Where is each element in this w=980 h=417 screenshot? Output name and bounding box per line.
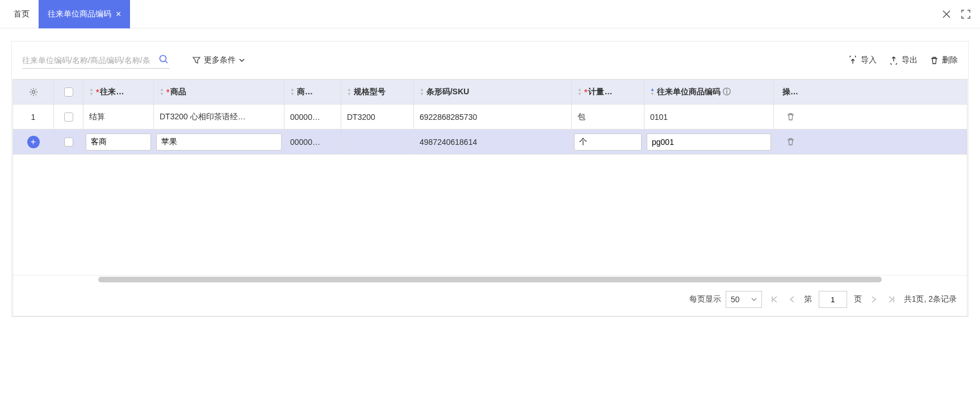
- tab-home[interactable]: 首页: [5, 0, 39, 28]
- tab-active-label: 往来单位商品编码: [48, 9, 111, 19]
- fullscreen-icon[interactable]: [956, 5, 975, 24]
- product-input[interactable]: [156, 134, 282, 151]
- cell-product[interactable]: DT3200 心相印茶语经…: [154, 105, 284, 129]
- col-header-op: 操…: [774, 80, 807, 104]
- chevron-down-icon: [239, 57, 245, 63]
- help-icon[interactable]: ⓘ: [723, 87, 731, 97]
- last-page-icon[interactable]: [886, 296, 897, 303]
- cell-code: 00000…: [284, 105, 341, 129]
- close-page-icon[interactable]: [937, 5, 956, 24]
- cell-barcode: 4987240618614: [414, 130, 572, 154]
- cell-spec: DT3200: [341, 105, 414, 129]
- import-label: 导入: [861, 55, 877, 65]
- col-header-unit[interactable]: ▲▼*往来…: [83, 80, 154, 104]
- col-header-barcode[interactable]: ▲▼条形码/SKU: [414, 80, 572, 104]
- delete-label: 删除: [942, 55, 958, 65]
- table-header: ▲▼*往来… ▲▼*商品 ▲▼商… ▲▼规格型号 ▲▼条形码/SKU ▲▼*计量…: [13, 80, 967, 105]
- page-label-pre: 第: [804, 294, 812, 305]
- cell-barcode: 6922868285730: [414, 105, 572, 129]
- next-page-icon[interactable]: [869, 296, 879, 303]
- unitcode-input[interactable]: [647, 134, 771, 151]
- delete-row-icon[interactable]: [786, 137, 795, 146]
- cell-unit[interactable]: 结算: [83, 105, 154, 129]
- tab-home-label: 首页: [14, 9, 30, 19]
- table-row[interactable]: + 00000… 4987240618614: [13, 130, 967, 155]
- sort-icon: ▲▼: [420, 87, 424, 97]
- gear-icon[interactable]: [29, 87, 38, 97]
- svg-point-0: [160, 56, 166, 62]
- sort-icon: ▲▼: [290, 87, 295, 97]
- more-filters-label: 更多条件: [204, 55, 236, 65]
- delete-row-icon[interactable]: [786, 112, 795, 121]
- row-index: 1: [13, 105, 54, 129]
- export-button[interactable]: 导出: [889, 55, 918, 65]
- select-all-checkbox[interactable]: [64, 87, 73, 97]
- pager-summary: 共1页, 2条记录: [904, 294, 957, 305]
- sort-icon: ▲▼: [650, 87, 655, 97]
- col-header-code[interactable]: ▲▼商…: [284, 80, 341, 104]
- first-page-icon[interactable]: [769, 296, 780, 303]
- sort-icon: ▲▼: [577, 87, 582, 97]
- page-size-select[interactable]: 50: [726, 291, 762, 308]
- filter-icon: [192, 56, 200, 64]
- sort-icon: ▲▼: [89, 87, 94, 97]
- add-row-button[interactable]: +: [27, 136, 40, 148]
- svg-point-1: [32, 90, 35, 93]
- export-icon: [889, 56, 898, 65]
- table-row[interactable]: 1 结算 DT3200 心相印茶语经… 00000… DT3200 692286…: [13, 105, 967, 130]
- unit-input[interactable]: [86, 134, 151, 151]
- import-button[interactable]: 导入: [848, 55, 877, 65]
- export-label: 导出: [902, 55, 918, 65]
- delete-button[interactable]: 删除: [930, 55, 958, 65]
- row-checkbox[interactable]: [64, 137, 73, 147]
- page-label-post: 页: [854, 294, 862, 305]
- filter-bar: 更多条件 导入 导出 删除: [12, 52, 968, 79]
- horizontal-scrollbar[interactable]: [13, 275, 967, 283]
- col-header-unitcode[interactable]: ▲▼往来单位商品编码ⓘ: [644, 80, 774, 104]
- search-input[interactable]: [22, 52, 170, 69]
- sort-icon: ▲▼: [347, 87, 351, 97]
- cell-unitcode[interactable]: 0101: [644, 105, 774, 129]
- row-checkbox[interactable]: [64, 112, 73, 122]
- col-header-uom[interactable]: ▲▼*计量…: [572, 80, 644, 104]
- import-icon: [848, 56, 857, 65]
- page-number-input[interactable]: [819, 291, 847, 308]
- sort-icon: ▲▼: [160, 87, 164, 97]
- prev-page-icon[interactable]: [787, 296, 797, 303]
- pagination: 每页显示 50 第 页 共1页, 2条记录: [13, 283, 967, 316]
- cell-uom[interactable]: 包: [572, 105, 644, 129]
- uom-input[interactable]: [574, 134, 642, 151]
- trash-icon: [930, 56, 939, 65]
- page-size-value: 50: [731, 295, 740, 304]
- close-tab-icon[interactable]: ×: [116, 9, 121, 19]
- top-tabs: 首页 往来单位商品编码 ×: [0, 0, 980, 28]
- col-header-spec[interactable]: ▲▼规格型号: [341, 80, 414, 104]
- data-table: ▲▼*往来… ▲▼*商品 ▲▼商… ▲▼规格型号 ▲▼条形码/SKU ▲▼*计量…: [12, 79, 968, 316]
- chevron-down-icon: [751, 297, 757, 302]
- tab-active[interactable]: 往来单位商品编码 ×: [39, 0, 130, 28]
- cell-code: 00000…: [284, 130, 341, 154]
- perpage-label: 每页显示: [689, 294, 721, 305]
- cell-spec: [341, 130, 414, 154]
- search-icon[interactable]: [158, 54, 169, 64]
- more-filters-button[interactable]: 更多条件: [192, 55, 245, 65]
- col-header-product[interactable]: ▲▼*商品: [154, 80, 284, 104]
